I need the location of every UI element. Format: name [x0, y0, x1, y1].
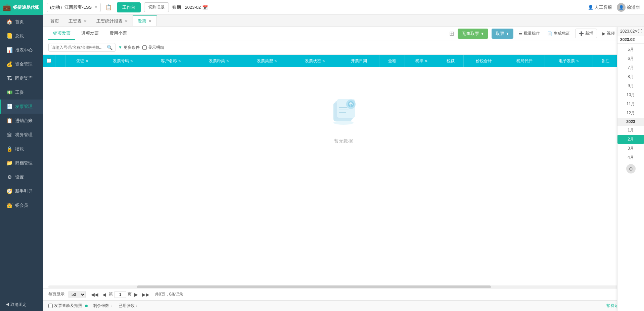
scrollbar-thumb[interactable] [137, 285, 491, 288]
sidebar-item-tax[interactable]: 🏛 税务管理 [0, 128, 43, 142]
th-tax-rate[interactable]: 税率 ⇅ [405, 55, 438, 67]
sidebar-item-funds[interactable]: 💰 资金管理 [0, 57, 43, 71]
payroll-icon: 💵 [6, 89, 12, 95]
month-item-12[interactable]: 12月 [617, 109, 644, 118]
workspace-button[interactable]: 工作台 [117, 2, 141, 12]
th-voucher[interactable]: 凭证 ⇅ [66, 55, 99, 67]
month-item-2[interactable]: 2月 [617, 135, 644, 144]
sidebar-item-settings[interactable]: ⚙ 设置 [0, 170, 43, 184]
close-period-icon: 🔒 [6, 146, 12, 152]
first-page-button[interactable]: ◀◀ [90, 291, 100, 298]
date-panel-maximize[interactable]: ⛶ [638, 29, 642, 34]
sidebar-pin-toggle[interactable]: ◀ 取消固定 [0, 299, 43, 311]
month-item-8[interactable]: 8月 [617, 72, 644, 81]
date-panel-header2[interactable]: 2023.02 [617, 36, 644, 44]
prev-page-button[interactable]: ◀ [101, 291, 107, 298]
month-item-1[interactable]: 1月 [617, 126, 644, 135]
month-item-5[interactable]: 5月 [617, 45, 644, 54]
sub-tab-expense-receipt[interactable]: 费用小票 [105, 28, 132, 40]
th-customer-name[interactable]: 客户名称 ⇅ [147, 55, 195, 67]
sidebar-item-report[interactable]: 📊 报表中心 [0, 43, 43, 57]
th-invoice-type[interactable]: 发票种类 ⇅ [195, 55, 243, 67]
sidebar-item-payroll[interactable]: 💵 工资 [0, 85, 43, 100]
per-page-select[interactable]: 50 10 20 100 [68, 291, 86, 298]
th-invoice-no[interactable]: 发票号码 ⇅ [99, 55, 147, 67]
tax-rate-sort-icon: ⇅ [425, 59, 427, 63]
month-item-3[interactable]: 3月 [617, 144, 644, 153]
page-prefix: 第 [109, 291, 113, 297]
year-2023-header[interactable]: 2023 [617, 118, 644, 126]
month-item-7[interactable]: 7月 [617, 63, 644, 72]
sidebar-item-member[interactable]: 👑 畅会员 [0, 198, 43, 212]
ticket-button[interactable]: 取票 ▼ [492, 29, 513, 39]
month-item-6[interactable]: 6月 [617, 54, 644, 63]
filter-icon: ▼ [118, 45, 122, 50]
batch-op-button[interactable]: ☰ 批量操作 [517, 29, 542, 38]
page-input[interactable] [114, 291, 126, 298]
sidebar-item-guide[interactable]: 🧭 新手引导 [0, 184, 43, 198]
sidebar-item-sales[interactable]: 📋 进销台账 [0, 114, 43, 128]
tab-salary-report-close[interactable]: ✕ [125, 19, 128, 24]
th-e-invoice[interactable]: 电子发票 ⇅ [545, 55, 593, 67]
sidebar-item-ledger[interactable]: 📒 总账 [0, 29, 43, 43]
grid-view-icon[interactable]: ⊞ [449, 30, 454, 37]
invoice-status-sort-icon: ⇅ [322, 59, 325, 63]
no-ticket-button[interactable]: 无血取票 ▼ [458, 29, 488, 39]
th-amount: 金额 [379, 55, 405, 67]
tab-salary-close[interactable]: ✕ [84, 19, 87, 24]
user-info[interactable]: 👤 徐溢华 [617, 3, 640, 12]
sub-tab-sales-label: 销项发票 [53, 31, 71, 36]
new-label: 新增 [585, 31, 593, 36]
show-detail-label: 显示明细 [148, 45, 164, 50]
month-item-10[interactable]: 10月 [617, 90, 644, 100]
new-button[interactable]: ➕ 新增 [575, 29, 597, 38]
th-invoice-category[interactable]: 发票类型 ⇅ [243, 55, 291, 67]
show-detail-toggle[interactable]: 显示明细 [142, 45, 164, 50]
gen-voucher-button[interactable]: 📄 生成凭证 [545, 29, 572, 38]
next-page-button[interactable]: ▶ [133, 291, 139, 298]
remaining-label: 剩余张数： [93, 303, 113, 309]
check-verify-checkbox[interactable] [48, 304, 53, 308]
copy-icon[interactable]: 📋 [104, 4, 113, 10]
month-item-9[interactable]: 9月 [617, 81, 644, 90]
logo-text: 畅捷通易代账 [13, 4, 39, 10]
tab-salary[interactable]: 工资表 ✕ [64, 15, 92, 26]
customer-service[interactable]: 👤 人工客服 [588, 4, 612, 10]
sidebar-item-close[interactable]: 🔒 结账 [0, 142, 43, 156]
tab-invoice[interactable]: 发票 ✕ [133, 15, 157, 26]
gen-voucher-label: 生成凭证 [554, 31, 570, 36]
search-box[interactable]: 🔍 [48, 43, 116, 52]
last-page-button[interactable]: ▶▶ [141, 291, 151, 298]
sidebar-item-home[interactable]: 🏠 首页 [0, 15, 43, 29]
search-input[interactable] [51, 45, 105, 50]
sidebar-item-assets[interactable]: 🏗 固定资产 [0, 71, 43, 85]
main-area: (勿动）江西股宝-LSS ▼ 📋 工作台 切到旧版 账期 2023-02 📅 👤… [43, 0, 644, 311]
horizontal-scrollbar[interactable] [48, 285, 639, 288]
guide-icon: 🧭 [6, 188, 12, 194]
sub-tab-sales-invoice[interactable]: 销项发票 [48, 28, 75, 40]
company-selector[interactable]: (勿动）江西股宝-LSS ▼ [47, 3, 101, 12]
sidebar-item-invoice[interactable]: 🧾 发票管理 [0, 100, 43, 114]
empty-text: 暂无数据 [334, 138, 353, 144]
search-icon[interactable]: 🔍 [107, 45, 112, 50]
open-date-label: 开票日期 [351, 59, 367, 63]
old-version-button[interactable]: 切到旧版 [144, 2, 169, 12]
sidebar-item-archive[interactable]: 📁 归档管理 [0, 156, 43, 170]
sub-tab-purchase-invoice[interactable]: 进项发票 [77, 28, 103, 40]
show-detail-checkbox[interactable] [142, 45, 147, 50]
th-invoice-status[interactable]: 发票状态 ⇅ [291, 55, 339, 67]
tab-invoice-close[interactable]: ✕ [148, 19, 152, 24]
select-all-checkbox[interactable] [47, 59, 51, 63]
date-circle-button[interactable]: ⊙ [626, 164, 636, 173]
tab-home[interactable]: 首页 [46, 15, 64, 26]
month-item-4[interactable]: 4月 [617, 153, 644, 162]
invoice-category-sort-icon: ⇅ [274, 59, 277, 63]
period-calendar-icon[interactable]: 📅 [202, 5, 208, 10]
more-filter-button[interactable]: ▼ 更多条件 [118, 45, 140, 50]
date-panel-close[interactable]: ✕ [635, 29, 638, 34]
period-value: 2023-02 [185, 5, 201, 10]
video-button[interactable]: ▶ 视频 [600, 29, 617, 38]
month-item-11[interactable]: 11月 [617, 100, 644, 109]
tab-salary-report[interactable]: 工资统计报表 ✕ [92, 15, 133, 26]
table-container: 凭证 ⇅ 发票号码 ⇅ [43, 55, 644, 285]
